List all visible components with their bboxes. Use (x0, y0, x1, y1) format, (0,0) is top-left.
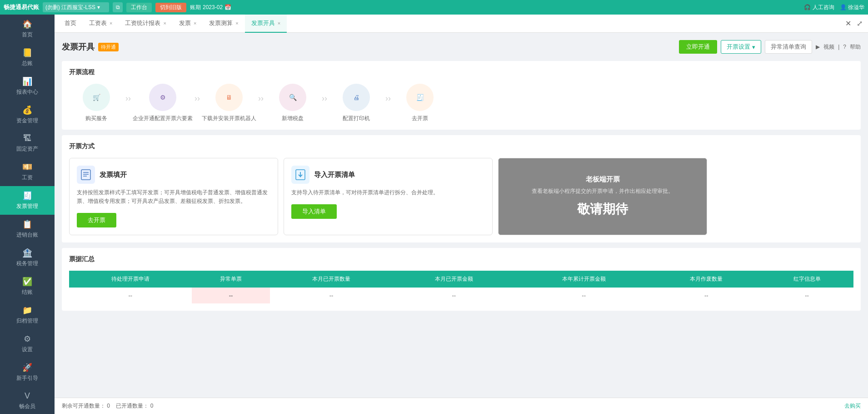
methods-section-title: 开票方式 (69, 142, 853, 151)
cell-void-count[interactable]: -- (653, 288, 760, 303)
tab-close-invoice-tool[interactable]: × (278, 20, 280, 26)
sidebar-item-home[interactable]: 🏠 首页 (0, 15, 55, 43)
sidebar-item-settle[interactable]: ✅ 结账 (0, 272, 55, 301)
go-invoice-button[interactable]: 去开票 (77, 213, 116, 227)
sidebar-item-salary[interactable]: 💴 工资 (0, 157, 55, 186)
tab-close-all-button[interactable]: ✕ (843, 18, 853, 29)
summary-table: 待处理开票申请 异常单票 本月已开票数量 本月已开票金额 本年累计开票金额 本月… (69, 271, 853, 303)
import-card-header: 导入开票清单 (291, 166, 485, 184)
sidebar-label-archive: 归档管理 (16, 317, 38, 325)
tab-salary-table[interactable]: 工资表 × (83, 15, 119, 33)
sidebar-item-archive[interactable]: 📁 归档管理 (0, 301, 55, 329)
video-icon: ▶ (816, 44, 820, 50)
import-card-title: 导入开票清单 (314, 171, 355, 179)
col-header-void-count: 本月作废数量 (653, 271, 760, 288)
header-actions: 立即开通 开票设置 ▾ 异常清单查询 ▶ 视频 | ? 帮助 (679, 40, 861, 54)
period-info: 账期 2023-02 📅 (190, 4, 231, 11)
remaining-value: 0 (107, 403, 110, 409)
sidebar-label-funds: 资金管理 (16, 117, 38, 125)
chevron-down-icon: ▾ (752, 44, 755, 50)
sidebar-item-tax[interactable]: 🏦 税务管理 (0, 243, 55, 272)
manual-card-desc: 支持按照发票样式手工填写开发票；可开具增值税电子普通发票、增值税普通发票、增值税… (77, 188, 270, 206)
company-selector[interactable]: (勿删) 江西服宝-LSS ▾ (43, 2, 109, 12)
old-version-button[interactable]: 切到旧版 (155, 3, 186, 12)
open-settings-button[interactable]: 开票设置 ▾ (721, 40, 761, 54)
sidebar-item-purchase[interactable]: 📋 进销台账 (0, 215, 55, 243)
sidebar-item-invoice[interactable]: 🧾 发票管理 (0, 186, 55, 215)
remaining-label: 剩余可开通数量： (62, 403, 105, 409)
salary-icon: 💴 (22, 162, 32, 172)
consult-label[interactable]: 🎧 人工咨询 (804, 4, 834, 11)
page-content: 发票开具 待开通 立即开通 开票设置 ▾ 异常清单查询 ▶ 视频 | ? (55, 33, 868, 398)
cell-redletter[interactable]: -- (760, 288, 853, 303)
settings-icon: ⚙ (24, 334, 31, 344)
sidebar-label-tax: 税务管理 (16, 260, 38, 268)
archive-icon: 📁 (22, 305, 32, 315)
invoice-icon: 🧾 (22, 191, 32, 201)
flow-step-taxdisk: 🔍 新增税盘 (265, 84, 320, 122)
sidebar-item-settings[interactable]: ⚙ 设置 (0, 329, 55, 358)
tab-invoice-calc-label: 发票测算 (209, 19, 233, 27)
col-header-month-amount: 本月已开票金额 (393, 271, 515, 288)
top-bar-right: 🎧 人工咨询 👤 徐溢华 (804, 4, 864, 11)
flow-steps: 🛒 购买服务 ›› ⚙ 企业开通配置开票六要素 (69, 84, 853, 122)
tab-salary-table-label: 工资表 (89, 19, 107, 27)
flow-icon-taxdisk: 🔍 (279, 84, 306, 111)
col-header-year-amount: 本年累计开票金额 (515, 271, 653, 288)
sidebar-item-ledger[interactable]: 📒 总账 (0, 43, 55, 72)
tab-home[interactable]: 首页 (58, 15, 83, 33)
manual-invoice-card: 发票填开 支持按照发票样式手工填写开发票；可开具增值税电子普通发票、增值税普通发… (69, 158, 278, 235)
sidebar-label-assets: 固定资产 (16, 145, 38, 153)
go-purchase-link[interactable]: 去购买 (844, 402, 861, 410)
chevron-down-icon: ▾ (97, 4, 100, 10)
cell-exception[interactable]: -- (192, 288, 270, 303)
flow-label-config: 企业开通配置开票六要素 (133, 115, 193, 122)
copy-icon[interactable]: ⧉ (113, 2, 123, 12)
flow-label-taxdisk: 新增税盘 (282, 115, 304, 122)
tab-close-invoice-main[interactable]: × (194, 20, 196, 26)
flow-label-download: 下载并安装开票机器人 (202, 115, 256, 122)
tab-close-salary-table[interactable]: × (110, 20, 112, 26)
calendar-icon[interactable]: 📅 (224, 4, 231, 10)
old-client-overlay: 老板端开票 查看老板端小程序提交的开票申请，并作出相应处理审批。 敬请期待 (499, 158, 707, 235)
svg-text:⚙: ⚙ (160, 94, 166, 101)
tab-restore-button[interactable]: ⤢ (855, 18, 864, 29)
import-list-button[interactable]: 导入清单 (291, 204, 337, 219)
flow-arrow-1: ›› (125, 94, 131, 112)
flow-icon-printer: 🖨 (343, 84, 370, 111)
sidebar-item-funds[interactable]: 💰 资金管理 (0, 101, 55, 129)
ledger-icon: 📒 (22, 48, 32, 58)
summary-section-title: 票据汇总 (69, 255, 853, 263)
exception-query-button[interactable]: 异常清单查询 (765, 40, 812, 54)
coming-soon-label: 敬请期待 (577, 201, 628, 218)
immediate-open-button[interactable]: 立即开通 (679, 40, 717, 54)
flow-step-config: ⚙ 企业开通配置开票六要素 (133, 84, 193, 122)
tab-close-invoice-calc[interactable]: × (235, 20, 238, 26)
footer-stats: 剩余可开通数量： 0 已开通数量： 0 (62, 402, 153, 410)
cell-year-amount[interactable]: -- (515, 288, 653, 303)
sidebar-item-reports[interactable]: 📊 报表中心 (0, 72, 55, 101)
tab-invoice-tool[interactable]: 发票开具 × (245, 15, 287, 33)
user-info: 👤 徐溢华 (840, 4, 864, 11)
tab-salary-report-label: 工资统计报表 (125, 19, 160, 27)
sidebar-item-member[interactable]: V 畅会员 (0, 387, 55, 414)
help-area: ▶ 视频 | ? 帮助 (816, 43, 861, 51)
sidebar-item-assets[interactable]: 🏗 固定资产 (0, 129, 55, 157)
sidebar-label-guide: 新手引导 (16, 374, 38, 382)
tab-invoice-main[interactable]: 发票 × (173, 15, 203, 33)
tab-close-salary-report[interactable]: × (163, 20, 166, 26)
cell-pending[interactable]: -- (69, 288, 192, 303)
assets-icon: 🏗 (23, 134, 31, 143)
tab-invoice-calc[interactable]: 发票测算 × (203, 15, 244, 33)
cell-month-count[interactable]: -- (270, 288, 393, 303)
flow-arrow-3: ›› (258, 94, 264, 112)
flow-section-title: 开票流程 (69, 68, 853, 76)
flow-step-download: 🖥 下载并安装开票机器人 (202, 84, 256, 122)
page-title: 发票开具 (62, 41, 95, 52)
sidebar-label-salary: 工资 (22, 174, 33, 182)
cell-month-amount[interactable]: -- (393, 288, 515, 303)
work-station-button[interactable]: 工作台 (126, 3, 152, 12)
tab-salary-report[interactable]: 工资统计报表 × (119, 15, 172, 33)
sidebar-item-guide[interactable]: 🚀 新手引导 (0, 358, 55, 387)
flow-section: 开票流程 🛒 购买服务 ›› (62, 61, 861, 130)
